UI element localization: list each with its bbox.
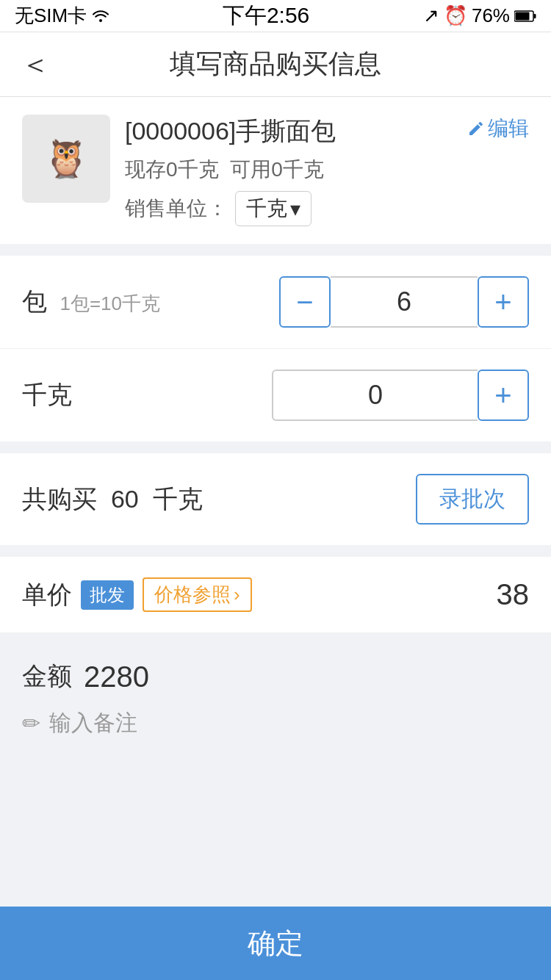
unit-select[interactable]: 千克 ▾ — [235, 191, 311, 226]
carrier-text: 无SIM卡 — [15, 3, 87, 29]
product-card: 🦉 [0000006]手撕面包 编辑 现存0千克 可用0千克 销售单位： 千克 … — [0, 97, 551, 244]
edit-button[interactable]: 编辑 — [467, 115, 529, 143]
confirm-button[interactable]: 确定 — [0, 907, 551, 980]
package-row: 包 1包=10千克 − + — [0, 256, 551, 349]
kg-plus-button[interactable]: + — [478, 370, 529, 421]
status-right: ↗ ⏰ 76% — [423, 4, 536, 27]
product-info: [0000006]手撕面包 编辑 现存0千克 可用0千克 销售单位： 千克 ▾ — [125, 115, 529, 226]
price-value: 38 — [497, 578, 530, 611]
svg-rect-2 — [515, 12, 529, 20]
back-button[interactable]: ＜ — [21, 44, 50, 84]
package-label: 包 1包=10千克 — [22, 285, 279, 319]
product-thumb-icon: 🦉 — [43, 137, 89, 180]
nav-bar: ＜ 填写商品购买信息 — [0, 32, 551, 97]
package-plus-button[interactable]: + — [478, 276, 529, 328]
price-ref-button[interactable]: 价格参照 › — [143, 577, 252, 612]
kg-qty-input[interactable] — [272, 370, 478, 421]
amount-value: 2280 — [84, 660, 149, 693]
status-time: 下午2:56 — [223, 1, 309, 31]
edit-icon — [467, 120, 485, 137]
kg-label: 千克 — [22, 378, 272, 412]
kg-row: 千克 + — [0, 349, 551, 442]
product-unit-row: 销售单位： 千克 ▾ — [125, 191, 529, 226]
chevron-right-icon: › — [234, 583, 240, 606]
product-name: [0000006]手撕面包 — [125, 115, 467, 148]
package-qty-control: − + — [279, 276, 529, 328]
wifi-icon — [93, 10, 109, 22]
svg-rect-1 — [533, 14, 536, 18]
price-section: 单价 批发 价格参照 › 38 — [0, 557, 551, 633]
pencil-icon: ✏ — [22, 710, 40, 736]
amount-section: 金额 2280 ✏ 输入备注 — [0, 639, 551, 759]
kg-qty-control: + — [272, 370, 529, 421]
batch-button[interactable]: 录批次 — [416, 474, 529, 525]
batch-tag: 批发 — [81, 580, 134, 610]
summary-text: 共购买 60 千克 — [22, 483, 203, 516]
product-thumbnail: 🦉 — [22, 115, 110, 203]
remark-row[interactable]: ✏ 输入备注 — [22, 708, 529, 738]
page-title: 填写商品购买信息 — [170, 46, 381, 82]
package-minus-button[interactable]: − — [279, 276, 331, 328]
battery-text: 76% — [472, 4, 510, 27]
amount-row: 金额 2280 — [22, 660, 529, 693]
alarm-icon: ⏰ — [444, 4, 467, 27]
package-qty-input[interactable] — [331, 276, 478, 328]
status-bar: 无SIM卡 下午2:56 ↗ ⏰ 76% — [0, 0, 551, 32]
total-qty: 60 — [111, 485, 139, 513]
battery-icon — [514, 10, 536, 22]
package-hint: 1包=10千克 — [60, 292, 160, 314]
amount-label: 金额 — [22, 660, 72, 693]
product-stock: 现存0千克 可用0千克 — [125, 156, 529, 184]
price-row: 单价 批发 价格参照 › 38 — [0, 557, 551, 633]
remark-placeholder: 输入备注 — [49, 708, 137, 738]
location-icon: ↗ — [423, 4, 439, 27]
status-carrier: 无SIM卡 — [15, 3, 109, 29]
quantity-section: 包 1包=10千克 − + 千克 + — [0, 256, 551, 442]
chevron-down-icon: ▾ — [290, 197, 300, 221]
summary-section: 共购买 60 千克 录批次 — [0, 453, 551, 545]
price-label: 单价 批发 价格参照 › — [22, 577, 497, 612]
